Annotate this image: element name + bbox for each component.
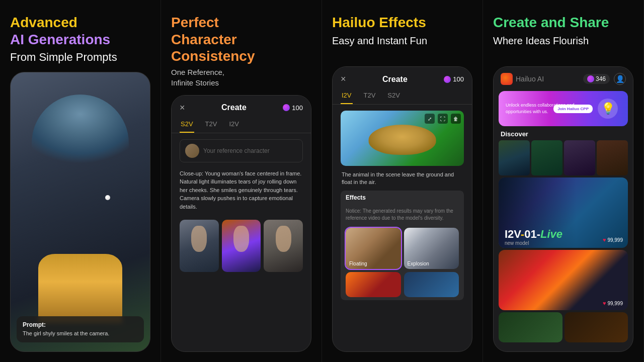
col-hailuo-effects: Hailuo Effects Easy and Instant Fun × Cr… — [322, 0, 483, 362]
col3-header: Hailuo Effects Easy and Instant Fun — [332, 14, 472, 59]
portrait-headscarf — [32, 95, 129, 192]
effects-panel: Effects Notice: The generated results ma… — [341, 191, 464, 300]
hailuo-logo-icon — [501, 73, 513, 85]
credits-badge: 346 — [583, 74, 610, 84]
delete-icon[interactable]: 🗑 — [451, 114, 461, 124]
credits-value: 346 — [596, 75, 606, 82]
char-thumb-1 — [180, 220, 219, 272]
modal3-title: Create — [382, 75, 408, 84]
tab-i2v-3[interactable]: I2V — [341, 88, 353, 104]
expand-icon[interactable]: ⤢ — [425, 114, 435, 124]
banner-cta[interactable]: Join Hailuo CPP — [553, 105, 593, 113]
col1-phone-mock: Prompt: The girl shyly smiles at the cam… — [10, 72, 150, 352]
gem-icon-3 — [444, 76, 451, 83]
col-create-share: Create and Share Where Ideas Flourish Ha… — [483, 0, 644, 362]
video-card[interactable]: ♥ 99,999 — [499, 250, 628, 310]
last-card-1[interactable] — [499, 312, 562, 342]
portrait-shirt — [38, 254, 122, 324]
modal2-prompt-text[interactable]: Close-up: Young woman's face centered in… — [180, 167, 303, 213]
effects-notice-text: Notice: The generated results may vary f… — [341, 205, 464, 225]
featured-likes-value: 99,999 — [607, 237, 623, 243]
effect-card-floating[interactable]: Floating — [346, 228, 401, 269]
prompt-label: Prompt: — [23, 321, 138, 328]
portrait-background: Prompt: The girl shyly smiles at the cam… — [11, 72, 150, 351]
modal2-body: Your reference character Close-up: Young… — [172, 133, 311, 351]
tab-s2v-3[interactable]: S2V — [386, 88, 401, 104]
col4-title: Create and Share — [493, 15, 609, 30]
char-thumb-2 — [222, 220, 261, 272]
ref-character-input[interactable]: Your reference character — [180, 139, 303, 162]
modal2-tabs: S2V T2V I2V — [172, 117, 311, 133]
promo-banner[interactable]: Unlock endless collaborations and opport… — [499, 91, 628, 126]
user-avatar[interactable]: 👤 — [614, 73, 626, 85]
col-character-consistency: Perfect Character Consistency One Refere… — [161, 0, 322, 362]
modal3-body: ⤢ ⛶ 🗑 The animal in the scene leave the … — [333, 105, 472, 351]
col2-phone-mock: × Create 100 S2V T2V I2V Your reference … — [171, 95, 311, 352]
modal2-credits: 100 — [283, 104, 303, 112]
gem-icon-4 — [587, 75, 594, 82]
discover-thumb-2[interactable] — [531, 140, 562, 175]
effects-bottom-row — [341, 272, 464, 300]
featured-card[interactable]: I2V-01-Live new model ♥ 99,999 — [499, 177, 628, 248]
col1-title-line1: Advanced — [10, 15, 77, 30]
app-logo-text: Hailuo AI — [516, 75, 544, 83]
col3-phone-mock: × Create 100 I2V T2V S2V ⤢ ⛶ 🗑 The anima… — [332, 66, 472, 352]
col1-header: Advanced AI Generations From Simple Prom… — [10, 14, 150, 65]
char-thumb-3 — [264, 220, 303, 272]
discover-label: Discover — [494, 129, 633, 140]
featured-sub: new model — [505, 240, 529, 246]
portrait-earring — [105, 195, 110, 200]
discover-thumb-4[interactable] — [597, 140, 628, 175]
app-header-right: 346 👤 — [583, 73, 626, 85]
featured-likes: ♥ 99,999 — [603, 237, 623, 243]
app-header: Hailuo AI 346 👤 — [494, 67, 633, 89]
character-grid — [180, 220, 303, 272]
gem-icon — [283, 104, 290, 111]
modal2-header: × Create 100 — [172, 96, 311, 117]
effects-grid: Floating Explosion — [341, 225, 464, 272]
col3-title: Hailuo Effects — [332, 15, 426, 30]
modal2-close[interactable]: × — [180, 103, 185, 113]
effect-card-fire[interactable] — [346, 272, 401, 297]
featured-live: Live — [540, 228, 562, 240]
animal-prompt-text[interactable]: The animal in the scene leave the ground… — [341, 171, 464, 187]
effect-card-water[interactable] — [404, 272, 459, 297]
dog-shape — [368, 125, 436, 155]
modal3-credits: 100 — [444, 75, 464, 83]
effect-card-explosion[interactable]: Explosion — [404, 228, 459, 269]
modal3-header: × Create 100 — [333, 67, 472, 88]
discover-thumb-1[interactable] — [499, 140, 530, 175]
prompt-text: The girl shyly smiles at the camera. — [23, 330, 138, 337]
discover-thumb-3[interactable] — [564, 140, 595, 175]
video-preview-icons: ⤢ ⛶ 🗑 — [425, 114, 461, 124]
col2-title-line1: Perfect — [171, 15, 219, 30]
logo-name: Hailuo — [516, 75, 536, 83]
last-card-2[interactable] — [565, 312, 628, 342]
tab-i2v[interactable]: I2V — [228, 117, 240, 133]
modal2-credits-value: 100 — [292, 104, 303, 112]
fullscreen-icon[interactable]: ⛶ — [438, 114, 448, 124]
modal3-credits-value: 100 — [453, 75, 464, 83]
featured-badge: I2V-01-Live — [505, 228, 562, 241]
ref-avatar — [185, 144, 199, 158]
tab-s2v[interactable]: S2V — [180, 117, 194, 133]
heart-icon: ♥ — [603, 237, 606, 243]
modal3-close[interactable]: × — [341, 74, 346, 84]
effect-floating-label: Floating — [349, 261, 367, 266]
col4-phone-mock: Hailuo AI 346 👤 Unlock endless collabora… — [493, 66, 633, 352]
ref-placeholder: Your reference character — [203, 147, 270, 154]
banner-bulb-icon: 💡 — [598, 99, 618, 119]
heart-icon-2: ♥ — [603, 300, 606, 306]
col3-subtitle: Easy and Instant Fun — [332, 35, 427, 46]
modal2-title: Create — [221, 103, 247, 112]
col2-header: Perfect Character Consistency One Refere… — [171, 14, 311, 88]
col4-header: Create and Share Where Ideas Flourish — [493, 14, 633, 59]
col-advanced-ai: Advanced AI Generations From Simple Prom… — [0, 0, 161, 362]
effects-header-label: Effects — [341, 191, 464, 205]
tab-t2v[interactable]: T2V — [204, 117, 218, 133]
app-logo: Hailuo AI — [501, 73, 544, 85]
featured-num: 01 — [524, 228, 536, 240]
logo-suffix: AI — [536, 75, 544, 83]
tab-t2v-3[interactable]: T2V — [363, 88, 377, 104]
featured-label: I2V — [505, 228, 521, 240]
